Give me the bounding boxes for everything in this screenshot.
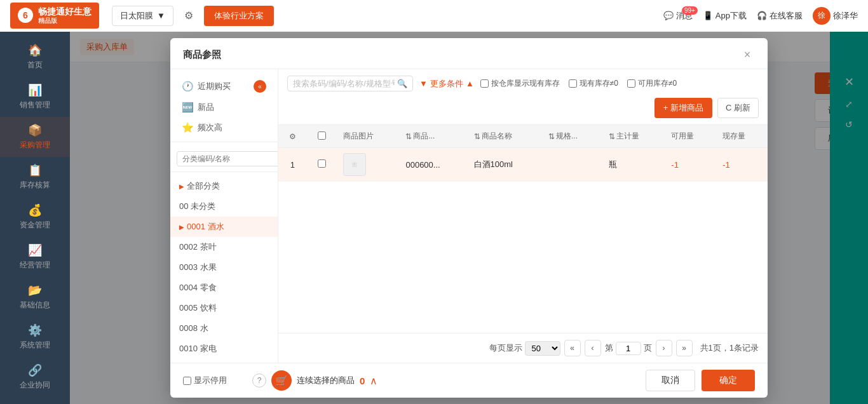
row-available-cell: -1 (665, 148, 716, 182)
phone-icon: 📱 (703, 11, 713, 20)
last-page-button[interactable]: » (676, 340, 693, 356)
category-0005[interactable]: 0005 饮料 (170, 298, 278, 318)
category-search-input[interactable] (177, 151, 278, 166)
select-all-checkbox[interactable] (318, 131, 326, 140)
left-tab-recent[interactable]: 🕐 近期购买 « (175, 76, 273, 97)
expand-icon: ▶ (179, 183, 184, 190)
sidebar-item-guide[interactable]: 🎯 新手引导 (0, 397, 70, 404)
sidebar-item-basic[interactable]: 📂 基础信息 (0, 277, 70, 317)
add-product-button[interactable]: + 新增商品 (654, 98, 712, 118)
cart-collapse-button[interactable]: ∧ (370, 375, 377, 387)
current-nonzero-checkbox[interactable] (569, 79, 577, 88)
cart-area: ? 🛒 连续选择的商品 0 ∧ (252, 370, 377, 391)
checkbox-current-nonzero[interactable]: 现有库存≠0 (569, 78, 618, 89)
pagination: 每页显示 50 100 200 « ‹ 第 (278, 333, 768, 363)
expand-icon: ▶ (179, 224, 184, 231)
category-00[interactable]: 00 未分类 (170, 196, 278, 217)
help-icon[interactable]: ? (252, 374, 266, 387)
category-0004[interactable]: 0004 零食 (170, 278, 278, 298)
nav-right-section: 💬 消息 99+ 📱 App下载 🎧 在线客服 徐 徐泽华 (663, 7, 858, 25)
product-search-input[interactable] (293, 79, 395, 88)
category-0002[interactable]: 0002 茶叶 (170, 237, 278, 257)
sidebar-item-system[interactable]: ⚙️ 系统管理 (0, 317, 70, 357)
stock-column-header: 现存量 (716, 125, 768, 148)
sidebar-item-purchase[interactable]: 📦 采购管理 (0, 117, 70, 157)
collapse-left-btn[interactable]: « (254, 80, 266, 93)
first-page-button[interactable]: « (564, 340, 581, 356)
sidebar-item-sales[interactable]: 📊 销售管理 (0, 77, 70, 117)
category-0001[interactable]: ▶ 0001 酒水 (170, 217, 278, 237)
left-tab-new[interactable]: 🆕 新品 (175, 97, 273, 118)
refresh-button[interactable]: C 刷新 (717, 98, 759, 118)
available-nonzero-checkbox[interactable] (627, 79, 635, 88)
sidebar-item-label: 首页 (27, 60, 43, 71)
left-tab-frequent[interactable]: ⭐ 频次高 (175, 118, 273, 138)
right-panel: 🔍 ▼ 更多条件 ▲ 按仓库显示现有库存 (278, 69, 768, 363)
row-image-cell: 图 (337, 148, 399, 182)
experience-btn[interactable]: 体验行业方案 (204, 6, 274, 26)
category-all[interactable]: ▶ 全部分类 (170, 176, 278, 196)
product-toolbar: 🔍 ▼ 更多条件 ▲ 按仓库显示现有库存 (278, 69, 768, 125)
page-size-selector: 每页显示 50 100 200 (489, 341, 560, 356)
category-list: ▶ 全部分类 00 未分类 ▶ 0001 酒水 0002 茶 (170, 172, 278, 363)
left-tab-label: 新品 (198, 102, 214, 113)
filter-icon: ▼ (419, 79, 428, 88)
product-table: ⚙ 商品图片 (278, 125, 768, 182)
row-stock-cell: -1 (716, 148, 768, 182)
category-search: 🔍 (170, 146, 278, 172)
messages-nav-item[interactable]: 💬 消息 99+ (663, 10, 693, 22)
unit-column-header: ⇅ 主计量 (602, 125, 665, 148)
sidebar: 🏠 首页 📊 销售管理 📦 采购管理 📋 库存核算 💰 资金管理 📈 经营管理 … (0, 32, 70, 404)
category-0010[interactable]: 0010 家电 (170, 339, 278, 359)
sidebar-item-operations[interactable]: 📈 经营管理 (0, 237, 70, 277)
sidebar-item-label: 销售管理 (20, 100, 50, 111)
cancel-button[interactable]: 取消 (646, 370, 695, 391)
modal-close-button[interactable]: × (740, 47, 755, 62)
finance-icon: 💰 (28, 203, 42, 217)
system-icon: ⚙️ (28, 323, 42, 337)
user-nav-item[interactable]: 徐 徐泽华 (813, 7, 858, 25)
row-checkbox-cell (307, 148, 337, 182)
sidebar-item-label: 企业协同 (20, 380, 50, 391)
checkbox-available-nonzero[interactable]: 可用库存≠0 (627, 78, 677, 89)
search-icon: 🔍 (397, 79, 407, 88)
message-icon: 💬 (663, 11, 674, 20)
modal-title: 商品参照 (183, 49, 221, 61)
filter-checkboxes: 按仓库显示现有库存 现有库存≠0 可用库存≠0 (480, 78, 677, 89)
sort-icon: ⇅ (474, 132, 480, 141)
next-page-button[interactable]: › (656, 340, 672, 356)
app-download-nav-item[interactable]: 📱 App下载 (703, 10, 747, 22)
gear-icon: ⚙ (289, 132, 296, 141)
prev-page-button[interactable]: ‹ (585, 340, 601, 356)
table-body: 1 图 (278, 148, 768, 182)
warehouse-stock-checkbox[interactable] (480, 79, 489, 88)
row-name-cell: 白酒100ml (468, 148, 542, 182)
enterprise-icon: 🔗 (28, 363, 42, 377)
checkbox-warehouse-stock[interactable]: 按仓库显示现有库存 (480, 78, 560, 89)
product-reference-modal: 商品参照 × 🕐 近期购买 « � (70, 32, 868, 404)
sidebar-item-finance[interactable]: 💰 资金管理 (0, 197, 70, 237)
sidebar-item-home[interactable]: 🏠 首页 (0, 37, 70, 77)
stopped-checkbox[interactable] (183, 377, 191, 385)
show-stopped-checkbox[interactable]: 显示停用 (183, 375, 227, 386)
logo-sub: 精品版 (38, 17, 92, 25)
sidebar-item-label: 经营管理 (20, 260, 50, 271)
logo-icon: 6 (18, 8, 33, 23)
confirm-button[interactable]: 确定 (702, 370, 755, 391)
nav-branch-dropdown[interactable]: 日太阳膜 ▼ (112, 6, 173, 26)
sort-icon: ⇅ (405, 132, 412, 141)
table-row[interactable]: 1 图 (278, 148, 768, 182)
page-size-select[interactable]: 50 100 200 (525, 341, 560, 356)
sidebar-item-enterprise[interactable]: 🔗 企业协同 (0, 357, 70, 397)
sidebar-item-inventory[interactable]: 📋 库存核算 (0, 157, 70, 197)
more-filter-button[interactable]: ▼ 更多条件 ▲ (419, 78, 474, 90)
row-checkbox[interactable] (318, 159, 326, 168)
category-0008[interactable]: 0008 水 (170, 318, 278, 339)
cart-button[interactable]: 🛒 (271, 370, 292, 391)
settings-icon[interactable]: ⚙ (179, 6, 199, 26)
modal-footer: 显示停用 ? 🛒 连续选择的商品 0 ∧ 取消 确定 (170, 363, 768, 398)
page-number-input[interactable] (616, 342, 641, 355)
checkbox-column-header (307, 125, 337, 148)
online-service-nav-item[interactable]: 🎧 在线客服 (757, 10, 803, 22)
category-0003[interactable]: 0003 水果 (170, 257, 278, 278)
